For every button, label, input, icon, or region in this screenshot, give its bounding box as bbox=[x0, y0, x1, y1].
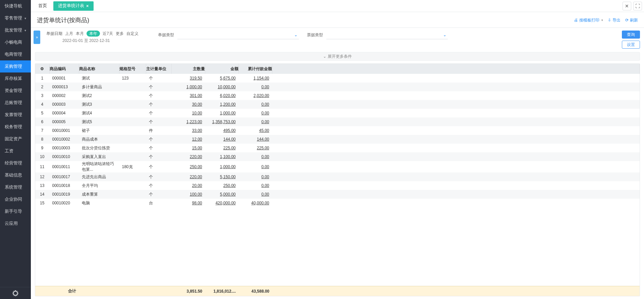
cell-amt[interactable]: 1,100.00 bbox=[220, 154, 236, 159]
sidebar-item-14[interactable]: 基础信息 bbox=[0, 169, 31, 181]
cell-amt[interactable]: 420,000.00 bbox=[215, 201, 235, 205]
sidebar-item-5[interactable]: 采购管理 bbox=[0, 60, 31, 72]
cell-qty[interactable]: 301.00 bbox=[190, 93, 202, 98]
cell-qty[interactable]: 30.00 bbox=[192, 102, 202, 107]
table-row[interactable]: 700010001裙子件33.00495.0045.00 bbox=[35, 126, 640, 135]
sidebar-settings[interactable] bbox=[0, 287, 31, 299]
sidebar-item-3[interactable]: 小畅电商 bbox=[0, 36, 31, 48]
collapse-filter-button[interactable]: » bbox=[34, 31, 40, 44]
cell-amt[interactable]: 5,150.00 bbox=[220, 175, 236, 179]
table-row[interactable]: 1100010011光明咕浓咕浓轻巧包莱...180克个250.001,000.… bbox=[35, 161, 640, 172]
export-button[interactable]: ⇩ 导出 bbox=[608, 17, 621, 23]
cell-amt[interactable]: 144.00 bbox=[223, 137, 236, 142]
cell-amt[interactable]: 6,020.00 bbox=[220, 93, 236, 98]
sidebar-item-15[interactable]: 系统管理 bbox=[0, 181, 31, 193]
col-header-unit[interactable]: 主计量单位 bbox=[146, 64, 171, 74]
cell-qty[interactable]: 10.00 bbox=[192, 111, 202, 115]
table-row[interactable]: 1300010018全月平均个20.00250.000.00 bbox=[35, 181, 640, 190]
sidebar-item-0[interactable]: 快捷导航 bbox=[0, 0, 31, 12]
cell-amt[interactable]: 5,675.00 bbox=[220, 76, 236, 81]
cell-amt[interactable]: 1,000.00 bbox=[220, 164, 236, 169]
cell-qty[interactable]: 319.50 bbox=[190, 76, 202, 81]
sidebar-item-2[interactable]: 批发管理▾ bbox=[0, 24, 31, 36]
table-row[interactable]: 1000001测试123个319.505,675.001,154.00 bbox=[35, 74, 640, 83]
col-header-spec[interactable]: 规格型号 bbox=[119, 64, 146, 74]
date-range-chip-5[interactable]: 自定义 bbox=[126, 31, 139, 37]
cell-pay[interactable]: 0.00 bbox=[261, 192, 269, 197]
close-icon[interactable]: × bbox=[86, 4, 89, 8]
sidebar-item-1[interactable]: 零售管理▾ bbox=[0, 12, 31, 24]
cell-pay[interactable]: 0.00 bbox=[261, 119, 269, 124]
date-range-chip-2[interactable]: 本年 bbox=[87, 31, 100, 37]
filter-settings-button[interactable]: 设置 bbox=[622, 41, 640, 49]
tab-0[interactable]: 首页 bbox=[34, 1, 52, 11]
date-range-chip-1[interactable]: 本月 bbox=[76, 31, 84, 37]
cell-pay[interactable]: 144.00 bbox=[257, 137, 269, 142]
sidebar-item-8[interactable]: 总账管理 bbox=[0, 97, 31, 109]
sidebar-item-6[interactable]: 库存核算 bbox=[0, 72, 31, 85]
sidebar-item-18[interactable]: 云应用 bbox=[0, 217, 31, 230]
cell-pay[interactable]: 225.00 bbox=[257, 146, 269, 150]
cell-pay[interactable]: 0.00 bbox=[261, 164, 269, 169]
cell-qty[interactable]: 1,223.00 bbox=[186, 119, 202, 124]
table-row[interactable]: 6000005测试5个1,223.001,358,753.000.00 bbox=[35, 117, 640, 126]
table-row[interactable]: 4000003测试3个30.001,200.000.00 bbox=[35, 100, 640, 109]
print-template-button[interactable]: 🖨 按模板打印 ▾ bbox=[574, 17, 603, 23]
query-button[interactable]: 查询 bbox=[622, 31, 640, 39]
sidebar-item-4[interactable]: 电商管理 bbox=[0, 48, 31, 60]
cell-pay[interactable]: 45.00 bbox=[259, 128, 269, 133]
cell-amt[interactable]: 1,200.00 bbox=[220, 102, 236, 107]
tab-1[interactable]: 进货单统计表× bbox=[53, 1, 94, 11]
col-header-amt[interactable]: 金额 bbox=[205, 64, 238, 74]
expand-filters-button[interactable]: ⌄ 展开更多条件 bbox=[35, 52, 640, 61]
date-range-chip-3[interactable]: 近7天 bbox=[103, 31, 113, 37]
cell-amt[interactable]: 10,000.00 bbox=[218, 85, 235, 89]
table-row[interactable]: 1200010017先进先出商品个220.005,150.000.00 bbox=[35, 172, 640, 181]
cell-qty[interactable]: 220.00 bbox=[190, 175, 202, 179]
table-row[interactable]: 3000002测试2个301.006,020.002,020.00 bbox=[35, 91, 640, 100]
table-row[interactable]: 900010003批次分货位拣货个15.00225.00225.00 bbox=[35, 144, 640, 152]
table-row[interactable]: 1000010010采购直入直出个220.001,100.000.00 bbox=[35, 152, 640, 161]
fullscreen-button[interactable]: ⛶ bbox=[633, 2, 642, 10]
cell-amt[interactable]: 495.00 bbox=[223, 128, 236, 133]
col-header-code[interactable]: 商品编码 bbox=[49, 64, 79, 74]
cell-qty[interactable]: 220.00 bbox=[190, 154, 202, 159]
sidebar-item-10[interactable]: 税务管理 bbox=[0, 121, 31, 133]
col-settings-header[interactable]: ⚙ bbox=[35, 64, 49, 74]
cell-pay[interactable]: 0.00 bbox=[261, 102, 269, 107]
cell-amt[interactable]: 250.00 bbox=[223, 183, 236, 188]
sidebar-item-12[interactable]: 工资 bbox=[0, 145, 31, 157]
cell-qty[interactable]: 100.00 bbox=[190, 192, 202, 197]
cell-qty[interactable]: 20.00 bbox=[192, 183, 202, 188]
sidebar-item-16[interactable]: 企业协同 bbox=[0, 193, 31, 205]
cell-pay[interactable]: 0.00 bbox=[261, 183, 269, 188]
cell-qty[interactable]: 250.00 bbox=[190, 164, 202, 169]
sidebar-item-9[interactable]: 发票管理 bbox=[0, 109, 31, 121]
close-tab-button[interactable]: ✕ bbox=[623, 2, 631, 10]
sidebar-item-7[interactable]: 资金管理 bbox=[0, 85, 31, 97]
cell-amt[interactable]: 5,000.00 bbox=[220, 192, 236, 197]
cell-amt[interactable]: 1,000.00 bbox=[220, 111, 236, 115]
bill-type-select[interactable]: ⌄ bbox=[177, 31, 299, 39]
table-row[interactable]: 1400010019成本重算个100.005,000.000.00 bbox=[35, 190, 640, 199]
cell-pay[interactable]: 0.00 bbox=[261, 85, 269, 89]
sidebar-item-11[interactable]: 固定资产 bbox=[0, 133, 31, 145]
cell-pay[interactable]: 0.00 bbox=[261, 111, 269, 115]
col-header-pay[interactable]: 累计付款金额 bbox=[238, 64, 272, 74]
cell-pay[interactable]: 0.00 bbox=[261, 175, 269, 179]
cell-pay[interactable]: 0.00 bbox=[261, 154, 269, 159]
cell-amt[interactable]: 225.00 bbox=[223, 146, 236, 150]
table-row[interactable]: 800010002商品成本个12.00144.00144.00 bbox=[35, 135, 640, 144]
cell-amt[interactable]: 1,358,753.00 bbox=[212, 119, 235, 124]
table-row[interactable]: 5000004测试4个10.001,000.000.00 bbox=[35, 109, 640, 117]
table-row[interactable]: 20000013多计量商品个1,000.0010,000.000.00 bbox=[35, 83, 640, 91]
date-range-chip-0[interactable]: 上月 bbox=[65, 31, 73, 37]
cell-pay[interactable]: 40,000.00 bbox=[251, 201, 269, 205]
cell-qty[interactable]: 15.00 bbox=[192, 146, 202, 150]
cell-qty[interactable]: 1,000.00 bbox=[186, 85, 202, 89]
col-header-name[interactable]: 商品名称 bbox=[79, 64, 119, 74]
sidebar-item-17[interactable]: 新手引导 bbox=[0, 205, 31, 217]
cell-qty[interactable]: 98.00 bbox=[192, 201, 202, 205]
date-range-chip-4[interactable]: 更多 bbox=[116, 31, 124, 37]
refresh-button[interactable]: ⟳ 刷新 bbox=[625, 17, 638, 23]
